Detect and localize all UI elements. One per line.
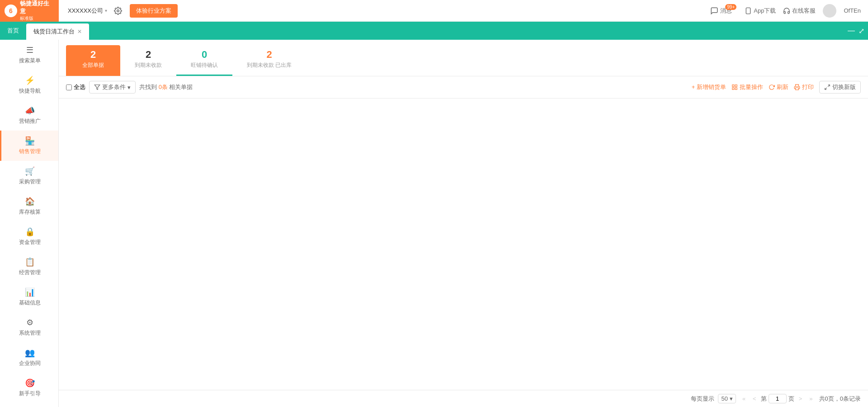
filter-btn[interactable]: 更多条件 ▾ [89, 81, 136, 94]
app-download-icon [745, 7, 752, 14]
pagination: 每页显示 50 ▾ « < 第 页 > » 共0页，0条记录 [59, 390, 868, 407]
sidebar-item-sales[interactable]: 🏪 销售管理 [0, 131, 58, 161]
sidebar-item-guide[interactable]: 🎯 新手引导 [0, 373, 58, 403]
tab-bar: 首页 钱货日清工作台 ✕ — ⤢ [0, 22, 868, 40]
message-badge: 99+ [725, 4, 736, 10]
sidebar-item-app-center[interactable]: 📦 应用中心 [0, 403, 58, 407]
switch-version-btn[interactable]: 切换新版 [819, 81, 861, 94]
tab-bar-actions: — ⤢ [848, 27, 868, 35]
sidebar-item-search-menu[interactable]: ☰ 搜索菜单 [0, 40, 58, 70]
avatar[interactable] [823, 4, 836, 18]
first-page-btn[interactable]: « [740, 394, 748, 403]
filter-chevron-icon: ▾ [127, 84, 131, 91]
basic-info-icon: 📊 [25, 287, 35, 297]
svg-rect-4 [732, 85, 734, 87]
print-icon [794, 84, 800, 90]
svg-rect-7 [735, 88, 737, 89]
svg-line-10 [825, 88, 827, 89]
refresh-icon [769, 84, 775, 90]
stat-label-all: 全部单据 [82, 61, 104, 69]
stat-tab-wangpu[interactable]: 0 旺铺待确认 [176, 45, 232, 76]
logo-area: 6 畅捷通好生意 标准版 [0, 0, 59, 22]
quick-nav-icon: ⚡ [25, 75, 35, 85]
finance-icon: 🔒 [25, 227, 35, 237]
switch-icon [824, 84, 830, 90]
batch-btn[interactable]: 批量操作 [731, 83, 763, 91]
svg-rect-1 [746, 8, 750, 14]
svg-rect-6 [732, 88, 734, 89]
header-right: 消息 99+ App下载 在线客服 OfTEn [710, 4, 861, 18]
filter-icon [94, 84, 100, 90]
logo-text: 畅捷通好生意 标准版 [20, 0, 54, 21]
avatar-name: OfTEn [844, 7, 861, 14]
select-all-checkbox[interactable]: 全选 [66, 83, 85, 91]
add-sales-btn[interactable]: + 新增销货单 [692, 83, 726, 91]
per-page-chevron-icon: ▾ [730, 395, 733, 402]
sidebar-item-management[interactable]: 📋 经营管理 [0, 252, 58, 282]
sidebar-item-enterprise[interactable]: 👥 企业协同 [0, 342, 58, 373]
page-number-input[interactable] [769, 394, 787, 403]
next-page-btn[interactable]: > [796, 394, 805, 403]
sales-icon: 🏪 [25, 136, 35, 146]
stat-num-wangpu: 0 [202, 49, 207, 61]
prev-page-btn[interactable]: < [750, 394, 759, 403]
svg-rect-8 [796, 88, 799, 90]
management-icon: 📋 [25, 257, 35, 267]
stat-tab-all[interactable]: 2 全部单据 [66, 45, 120, 76]
sidebar: ☰ 搜索菜单 ⚡ 快捷导航 📣 营销推广 🏪 销售管理 🛒 采购管理 🏠 库存核… [0, 40, 59, 407]
stat-tab-overdue[interactable]: 2 到期未收款 [120, 45, 176, 76]
found-text: 共找到 0条 相关单据 [139, 83, 193, 91]
tab-maximize-icon[interactable]: ⤢ [859, 27, 864, 35]
enterprise-icon: 👥 [25, 348, 35, 358]
settings-icon-btn[interactable] [112, 5, 124, 17]
top-header: 6 畅捷通好生意 标准版 XXXXXX公司 ▾ 体验行业方案 消息 99+ [0, 0, 868, 22]
batch-icon [731, 84, 738, 90]
tab-qhrc[interactable]: 钱货日清工作台 ✕ [26, 23, 89, 40]
main-layout: ☰ 搜索菜单 ⚡ 快捷导航 📣 营销推广 🏪 销售管理 🛒 采购管理 🏠 库存核… [0, 40, 868, 407]
headset-icon [783, 7, 790, 14]
sidebar-item-basic-info[interactable]: 📊 基础信息 [0, 282, 58, 312]
company-selector[interactable]: XXXXXX公司 ▾ [68, 7, 107, 15]
toolbar-left: 全选 更多条件 ▾ 共找到 0条 相关单据 [66, 81, 686, 94]
stat-label-wangpu: 旺铺待确认 [191, 61, 218, 69]
sidebar-item-purchase[interactable]: 🛒 采购管理 [0, 161, 58, 191]
sidebar-item-finance[interactable]: 🔒 资金管理 [0, 221, 58, 252]
online-service-btn[interactable]: 在线客服 [783, 7, 816, 15]
per-page-select[interactable]: 50 ▾ [718, 394, 736, 403]
stat-label-shipped: 到期未收款 已出库 [247, 61, 292, 69]
per-page-label: 每页显示 [691, 395, 714, 403]
tab-minimize-icon[interactable]: — [848, 27, 855, 35]
sidebar-item-quick-nav[interactable]: ⚡ 快捷导航 [0, 70, 58, 100]
chevron-down-icon: ▾ [105, 8, 107, 13]
svg-marker-3 [94, 85, 100, 90]
purchase-icon: 🛒 [25, 166, 35, 176]
svg-point-0 [117, 9, 119, 12]
message-btn[interactable]: 消息 99+ [710, 7, 732, 15]
table-area [59, 98, 868, 390]
company-name: XXXXXX公司 [68, 7, 103, 15]
trial-btn[interactable]: 体验行业方案 [130, 4, 178, 18]
system-icon: ⚙ [26, 318, 33, 327]
message-icon [710, 7, 718, 15]
tab-home[interactable]: 首页 [0, 22, 26, 40]
sidebar-item-system[interactable]: ⚙ 系统管理 [0, 312, 58, 342]
stats-tabs: 2 全部单据 2 到期未收款 0 旺铺待确认 2 到期未收款 已出库 [59, 40, 868, 76]
sidebar-item-inventory[interactable]: 🏠 库存核算 [0, 191, 58, 221]
stat-num-shipped: 2 [267, 49, 272, 61]
inventory-icon: 🏠 [25, 196, 35, 206]
app-download-btn[interactable]: App下载 [745, 7, 776, 15]
last-page-btn[interactable]: » [807, 394, 815, 403]
print-btn[interactable]: 打印 [794, 83, 814, 91]
svg-line-9 [828, 85, 830, 87]
total-records: 共0页，0条记录 [819, 395, 861, 403]
logo-icon: 6 [5, 5, 17, 17]
sidebar-item-marketing[interactable]: 📣 营销推广 [0, 100, 58, 131]
search-menu-icon: ☰ [26, 45, 33, 55]
stat-label-overdue: 到期未收款 [135, 61, 162, 69]
select-all-input[interactable] [66, 84, 72, 90]
toolbar: 全选 更多条件 ▾ 共找到 0条 相关单据 + 新增销货单 [59, 76, 868, 98]
stat-tab-shipped[interactable]: 2 到期未收款 已出库 [232, 45, 306, 76]
toolbar-right: + 新增销货单 批量操作 刷新 [692, 81, 861, 94]
refresh-btn[interactable]: 刷新 [769, 83, 788, 91]
tab-close-icon[interactable]: ✕ [77, 28, 82, 35]
